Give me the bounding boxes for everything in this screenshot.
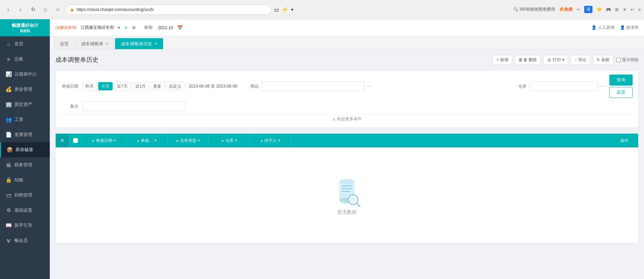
closing-icon: 🔒 — [5, 177, 12, 183]
sidebar-item-settings[interactable]: ⚙ 基础设置 — [0, 203, 50, 218]
dropdown-icon[interactable]: ▾ — [291, 7, 293, 12]
game-tool[interactable]: 🎮 — [606, 7, 611, 12]
wallet-tool[interactable]: 💛 — [597, 7, 602, 12]
topbar-dropdown-icon[interactable]: ▾ — [118, 25, 120, 30]
extensions-icon[interactable]: ⚏ — [274, 6, 279, 13]
date-btn-yesterday[interactable]: 昨天 — [82, 82, 97, 90]
lock-icon: 🔒 — [70, 7, 75, 12]
date-btn-custom[interactable]: 自定义 — [166, 82, 184, 90]
nav-label-home: 首页 — [14, 41, 23, 47]
nav-label-fixed-assets: 固定资产 — [14, 101, 32, 108]
tab-cost-adjust-history-close[interactable]: ✕ — [154, 42, 157, 46]
home-button[interactable]: ⌂ — [41, 5, 50, 14]
th-bill-no[interactable]: ▲ 单据… ▼ — [126, 134, 168, 147]
th-operator[interactable]: ▲ 经手人 ▼ — [250, 134, 291, 147]
remark-filter-input[interactable] — [82, 101, 185, 111]
ledger-icon: ≡ — [5, 56, 12, 62]
empty-state: 暂无数据 — [56, 147, 638, 243]
delete-button[interactable]: 🗑 🗑 删除 — [515, 55, 541, 65]
topbar: (勿删勿禁用) 江西服宝测试专用 ▾ + ⚙ 账期 2021-10 📅 👤 人工… — [50, 19, 644, 36]
topbar-calendar-icon[interactable]: 📅 — [177, 25, 183, 30]
address-text: https://cloud.chanjet.com/accounting/uru… — [77, 7, 154, 12]
show-detail-label: 显示明细 — [622, 57, 639, 63]
sort-down-icon-3: ▼ — [197, 139, 201, 142]
sort-down-icon-5: ▼ — [278, 139, 281, 142]
topbar-add-btn[interactable]: + — [124, 25, 127, 31]
show-detail-checkbox-label[interactable]: 显示明细 — [616, 57, 639, 63]
date-filter-label: 单据日期 — [61, 83, 78, 89]
address-bar[interactable]: 🔒 https://cloud.chanjet.com/accounting/u… — [65, 4, 271, 15]
scissors-tool[interactable]: ✂ — [577, 7, 580, 12]
topbar-period-label: 账期 — [144, 25, 152, 31]
hot-search[interactable]: 🔥热搜 — [559, 7, 573, 12]
tab-cost-adjust-close[interactable]: ✕ — [105, 42, 109, 46]
archive-icon: 🗃 — [5, 192, 12, 198]
collapse-button[interactable]: ∧ 收起更多条件 — [61, 114, 633, 123]
sort-down-icon-2: ▼ — [154, 139, 157, 142]
goods-filter-dots[interactable]: ··· — [367, 83, 372, 89]
goods-filter-label: 商品 — [241, 83, 259, 89]
sidebar-item-closing[interactable]: 🔒 结账 — [0, 172, 50, 188]
tab-home[interactable]: 首页 — [54, 38, 75, 49]
date-btn-1month[interactable]: 近1月 — [132, 82, 149, 90]
undo-tool[interactable]: ↩ — [631, 7, 634, 12]
print-dropdown-icon[interactable]: ▾ — [562, 57, 564, 62]
sidebar-item-vip[interactable]: V 畅会员 — [0, 233, 50, 248]
warehouse-filter-dots[interactable]: ··· — [601, 83, 605, 89]
translate-tool[interactable]: 译 — [584, 6, 592, 13]
th-settings[interactable]: ⚙ — [56, 134, 69, 147]
warehouse-filter-input[interactable] — [529, 81, 598, 91]
settings-icon: ⚙ — [5, 207, 12, 213]
header-checkbox[interactable] — [73, 138, 78, 143]
query-button[interactable]: 查询 — [609, 75, 633, 86]
tab-cost-adjust[interactable]: 成本调整单 ✕ — [75, 38, 114, 49]
sidebar-item-fixed-assets[interactable]: 🏢 固定资产 — [0, 97, 50, 112]
delete-icon: 🗑 — [519, 57, 523, 62]
brightness-tool[interactable]: ☀ — [623, 7, 626, 12]
search-tool[interactable]: 🔍 360智能抠图免费用 — [513, 7, 555, 12]
sidebar-item-invoice[interactable]: 📄 发票管理 — [0, 127, 50, 142]
fixed-assets-icon: 🏢 — [5, 101, 12, 108]
th-check[interactable] — [69, 134, 82, 147]
sidebar-item-inventory[interactable]: 📦 库存核算 — [0, 142, 50, 157]
sidebar-item-tax[interactable]: 🏛 税务管理 — [0, 157, 50, 172]
th-warehouse[interactable]: ▲ 仓库 ▼ — [209, 134, 250, 147]
export-button[interactable]: ↑ 导出 — [571, 55, 590, 65]
back-button[interactable]: ‹ — [3, 5, 13, 14]
th-date[interactable]: ▲ 单据日期 ▼ — [82, 134, 126, 147]
star-button[interactable]: ☆ — [53, 5, 63, 14]
topbar-settings-btn[interactable]: ⚙ — [132, 25, 136, 30]
guide-icon: 📖 — [5, 222, 12, 228]
date-btn-7days[interactable]: 近7天 — [114, 82, 131, 90]
goods-filter-input[interactable] — [261, 81, 364, 91]
sidebar-item-home[interactable]: ⌂ 首页 — [0, 36, 50, 52]
new-button[interactable]: + 新增 — [493, 55, 512, 65]
sidebar-item-ledger[interactable]: ≡ 总账 — [0, 52, 50, 67]
th-biz-type[interactable]: ▲ 业务类型 ▼ — [168, 134, 209, 147]
sidebar-item-payroll[interactable]: 👥 工资 — [0, 112, 50, 127]
page-actions: + 新增 🗑 🗑 删除 🖨 打印 ▾ ↑ 导出 — [493, 55, 639, 65]
grid-tool[interactable]: ⊞ — [615, 7, 619, 12]
forward-button[interactable]: › — [16, 5, 25, 14]
filter-row-date: 单据日期 昨天 今天 近7天 近1月 更多 自定义 2023-06-06 至 2… — [61, 75, 633, 98]
vip-icon: V — [5, 238, 12, 244]
sidebar-item-reports[interactable]: 📊 云报表中心 — [0, 67, 50, 82]
settings-btn[interactable]: 设置 — [609, 87, 633, 98]
topbar-user[interactable]: 👤 徐泽华 — [620, 25, 639, 31]
refresh-button[interactable]: ↻ — [28, 5, 38, 14]
print-button[interactable]: 🖨 打印 ▾ — [543, 55, 568, 65]
show-detail-checkbox[interactable] — [616, 58, 621, 62]
sidebar-item-archive[interactable]: 🗃 归档管理 — [0, 188, 50, 203]
sidebar-item-funds[interactable]: 💰 资金管理 — [0, 82, 50, 97]
refresh-button[interactable]: ↻ 刷新 — [593, 55, 613, 65]
lightning-icon[interactable]: ⚡ — [282, 6, 289, 13]
tab-cost-adjust-history[interactable]: 成本调整单历史 ✕ — [115, 38, 163, 49]
app-container: 畅捷通好会计 旗舰版 ⌂ 首页 ≡ 总账 📊 云报表中心 💰 资金管理 🏢 固定… — [0, 19, 644, 279]
sort-down-icon-4: ▼ — [235, 139, 238, 142]
sidebar-logo: 畅捷通好会计 旗舰版 — [0, 19, 50, 36]
date-btn-more[interactable]: 更多 — [150, 82, 165, 90]
date-btn-today[interactable]: 今天 — [98, 82, 113, 90]
menu-tool[interactable]: ≡ — [638, 7, 641, 12]
topbar-service-label[interactable]: 👤 人工咨询 — [591, 25, 614, 31]
sidebar-item-guide[interactable]: 📖 新手引导 — [0, 218, 50, 233]
